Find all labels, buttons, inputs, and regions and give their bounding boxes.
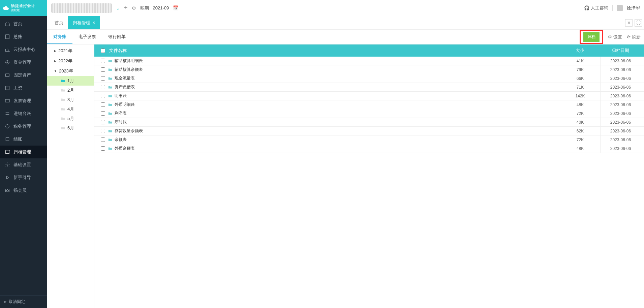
table-row[interactable]: 辅助核算余额表 79K 2023-06-06: [94, 65, 644, 74]
table-row[interactable]: 辅助核算明细账 41K 2023-06-06: [94, 57, 644, 65]
table-row[interactable]: 利润表 72K 2023-06-06: [94, 109, 644, 118]
close-tab-icon[interactable]: ✕: [625, 19, 633, 27]
refresh-link[interactable]: ⟳刷新: [627, 34, 641, 40]
nav-ledger[interactable]: 总账: [0, 30, 47, 43]
nav-label: 归档管理: [13, 149, 31, 155]
col-size: 大小: [560, 48, 600, 54]
row-checkbox[interactable]: [101, 94, 105, 98]
file-name: 序时账: [115, 119, 127, 125]
nav-archive[interactable]: 归档管理: [0, 146, 47, 158]
nav: 首页 总账 云报表中心 资金管理 固定资产 工资 发票管理 进销台账 税务管理 …: [0, 16, 47, 295]
nav-invoice[interactable]: 发票管理: [0, 94, 47, 107]
month-label: 4月: [67, 106, 74, 112]
tree-month[interactable]: 4月: [47, 104, 94, 114]
tab-archive[interactable]: 归档管理 ✕: [68, 16, 100, 29]
table-body: 辅助核算明细账 41K 2023-06-06 辅助核算余额表 79K 2023-…: [94, 57, 644, 153]
year-label: 2022年: [58, 58, 72, 64]
nav-label: 发票管理: [13, 98, 31, 104]
nav-label: 首页: [13, 21, 22, 27]
tab-home[interactable]: 首页: [50, 16, 68, 29]
row-checkbox[interactable]: [101, 120, 105, 124]
nav-label: 进销台账: [13, 111, 31, 117]
gear-icon: ⚙: [608, 34, 612, 39]
file-date: 2023-06-06: [600, 83, 641, 91]
close-icon[interactable]: ✕: [92, 21, 95, 25]
file-size: 40K: [560, 118, 600, 126]
row-checkbox[interactable]: [101, 59, 105, 63]
table-row[interactable]: 明细账 142K 2023-06-06: [94, 92, 644, 100]
arrow-left-icon: ⇤: [4, 300, 7, 304]
nav-home[interactable]: 首页: [0, 18, 47, 30]
table-row[interactable]: 外币余额表 48K 2023-06-06: [94, 144, 644, 153]
table-row[interactable]: 资产负债表 71K 2023-06-06: [94, 83, 644, 92]
tree-month[interactable]: 1月: [47, 76, 94, 86]
svg-marker-10: [6, 176, 9, 179]
table-row[interactable]: 序时账 40K 2023-06-06: [94, 118, 644, 127]
table-row[interactable]: 外币明细账 48K 2023-06-06: [94, 100, 644, 109]
nav-tax[interactable]: 税务管理: [0, 120, 47, 133]
nav-label: 工资: [13, 85, 22, 91]
file-date: 2023-06-06: [600, 135, 641, 144]
tree-month[interactable]: 5月: [47, 114, 94, 123]
chevron-down-icon[interactable]: ⌄: [116, 5, 120, 11]
folder-icon: [61, 126, 65, 130]
brand-name: 畅捷通好会计: [11, 4, 35, 8]
period-label: 账期: [140, 5, 149, 11]
period-value[interactable]: 2021-09: [153, 5, 169, 10]
file-date: 2023-06-06: [600, 144, 641, 153]
avatar[interactable]: [617, 5, 623, 11]
tree-month[interactable]: 3月: [47, 95, 94, 104]
svg-rect-2: [6, 74, 9, 76]
content: ▶2021年▶2022年▼2023年1月2月3月4月5月6月 文件名称 大小 归…: [47, 44, 644, 308]
nav-salary[interactable]: 工资: [0, 82, 47, 94]
nav-label: 结账: [13, 136, 22, 142]
table-row[interactable]: 存货数量余额表 62K 2023-06-06: [94, 127, 644, 135]
subtab-bankslip[interactable]: 银行回单: [102, 30, 132, 44]
select-all-checkbox[interactable]: [101, 49, 105, 53]
nav-report[interactable]: 云报表中心: [0, 43, 47, 56]
plus-icon[interactable]: +: [124, 4, 128, 11]
table-row[interactable]: 余额表 72K 2023-06-06: [94, 135, 644, 144]
nav-close[interactable]: 结账: [0, 133, 47, 146]
archive-button[interactable]: 归档: [583, 32, 600, 42]
row-checkbox[interactable]: [101, 129, 105, 133]
row-checkbox[interactable]: [101, 85, 105, 89]
row-checkbox[interactable]: [101, 76, 105, 81]
row-checkbox[interactable]: [101, 67, 105, 72]
svg-point-9: [7, 164, 8, 165]
human-consult[interactable]: 🎧 人工咨询: [584, 5, 608, 11]
unpin-sidebar[interactable]: ⇤ 取消固定: [0, 295, 47, 308]
tree-year[interactable]: ▶2021年: [47, 46, 94, 56]
nav-fund[interactable]: 资金管理: [0, 56, 47, 69]
subtab-finance[interactable]: 财务账: [47, 30, 72, 44]
file-size: 79K: [560, 65, 600, 74]
tree-month[interactable]: 2月: [47, 86, 94, 95]
month-label: 2月: [67, 87, 74, 93]
tree-year[interactable]: ▶2022年: [47, 56, 94, 66]
nav-inout[interactable]: 进销台账: [0, 107, 47, 120]
tree-month[interactable]: 6月: [47, 123, 94, 133]
row-checkbox[interactable]: [101, 102, 105, 107]
cloud-icon: [3, 5, 9, 11]
subtab-einvoice[interactable]: 电子发票: [72, 30, 102, 44]
table-row[interactable]: 现金流量表 66K 2023-06-06: [94, 74, 644, 83]
row-checkbox[interactable]: [101, 146, 105, 151]
folder-icon: [108, 85, 113, 90]
nav-settings[interactable]: 基础设置: [0, 158, 47, 171]
tree-year[interactable]: ▼2023年: [47, 66, 94, 76]
table-header: 文件名称 大小 归档日期: [94, 44, 644, 57]
fullscreen-icon[interactable]: ⛶: [635, 19, 642, 27]
svg-rect-6: [6, 137, 9, 141]
nav-member[interactable]: 畅会员: [0, 184, 47, 197]
nav-asset[interactable]: 固定资产: [0, 69, 47, 82]
settings-link[interactable]: ⚙设置: [608, 34, 622, 40]
row-checkbox[interactable]: [101, 137, 105, 142]
username[interactable]: 徐泽华: [627, 5, 640, 11]
folder-icon: [61, 116, 65, 121]
row-checkbox[interactable]: [101, 111, 105, 116]
calendar-icon[interactable]: 📅: [173, 5, 178, 10]
nav-guide[interactable]: 新手引导: [0, 171, 47, 184]
gear-icon[interactable]: ⚙: [132, 5, 136, 11]
file-date: 2023-06-06: [600, 118, 641, 126]
company-selector[interactable]: [51, 3, 112, 13]
